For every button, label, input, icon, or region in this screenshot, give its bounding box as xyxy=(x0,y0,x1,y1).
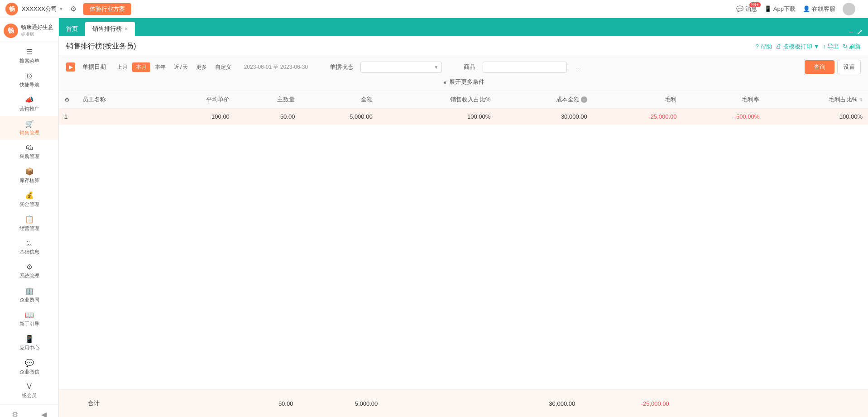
query-button[interactable]: 查询 xyxy=(805,60,834,74)
sidebar-logo-icon: 畅 xyxy=(4,24,18,38)
sidebar-item-finance[interactable]: 💰 资金管理 xyxy=(0,187,58,211)
date-tab-7days[interactable]: 近7天 xyxy=(170,62,192,72)
sidebar-item-guide[interactable]: 📖 新手引导 xyxy=(0,307,58,331)
sidebar-label-operations: 经营管理 xyxy=(19,225,39,232)
sidebar-item-wechat[interactable]: 💬 企业微信 xyxy=(0,355,58,379)
company-selector[interactable]: XXXXXX公司 ▼ xyxy=(22,5,63,13)
footer-gross: -25,000.00 xyxy=(580,395,675,412)
status-select[interactable] xyxy=(360,62,442,73)
cell-gross-pct: 100.00% xyxy=(765,109,868,125)
sidebar-collapse-button[interactable]: ◀ xyxy=(38,408,50,417)
export-button[interactable]: ↑ 导出 xyxy=(823,43,839,51)
message-badge: 99+ xyxy=(749,2,761,7)
app-center-icon: 📱 xyxy=(25,335,34,343)
quick-nav-icon: ⊙ xyxy=(26,72,32,80)
expand-more-conditions-button[interactable]: ∨ 展开更多条件 xyxy=(443,78,484,86)
export-label: 导出 xyxy=(827,43,839,51)
company-dropdown-arrow: ▼ xyxy=(59,6,63,11)
refresh-button[interactable]: ↻ 刷新 xyxy=(843,43,861,51)
tab-minimize-button[interactable]: − xyxy=(849,28,853,36)
filter-expand-btn[interactable]: ▶ xyxy=(66,62,75,72)
tab-expand-button[interactable]: ⤢ xyxy=(857,28,863,36)
sidebar-label-marketing: 营销推广 xyxy=(19,105,39,112)
tab-close-button[interactable]: × xyxy=(125,26,128,32)
tab-home[interactable]: 首页 xyxy=(59,22,85,36)
sidebar-label-quick-nav: 快捷导航 xyxy=(19,81,39,88)
filter-row-1: ▶ 单据日期 上月 本月 本年 近7天 更多 自定义 2023-06-01 至 … xyxy=(66,60,861,74)
sidebar-label-guide: 新手引导 xyxy=(19,321,39,327)
page-header: 销售排行榜(按业务员) ? 帮助 🖨 按模板打印 ▼ ↑ xyxy=(59,36,868,55)
cell-qty: 50.00 xyxy=(235,109,301,125)
sidebar-item-inventory[interactable]: 📦 库存核算 xyxy=(0,163,58,187)
sidebar-item-member[interactable]: V 畅会员 xyxy=(0,379,58,403)
gross-pct-sort-icon[interactable]: ⇅ xyxy=(859,97,863,102)
expand-chevron-icon: ∨ xyxy=(443,79,447,86)
purchase-icon: 🛍 xyxy=(26,144,33,152)
page-content: 销售排行榜(按业务员) ? 帮助 🖨 按模板打印 ▼ ↑ xyxy=(59,36,868,417)
goods-more-button[interactable]: … xyxy=(575,64,581,71)
operations-icon: 📋 xyxy=(25,215,34,224)
col-qty: 主数量 xyxy=(235,91,301,109)
topbar-settings-icon[interactable]: ⚙ xyxy=(67,3,80,15)
column-settings-button[interactable]: 设置 xyxy=(837,60,861,74)
goods-input[interactable] xyxy=(483,62,567,73)
sidebar-item-search[interactable]: ☰ 搜索菜单 xyxy=(0,44,58,68)
help-label: 帮助 xyxy=(760,43,772,51)
footer-gross-pct xyxy=(768,395,863,412)
tab-sales-ranking[interactable]: 销售排行榜 × xyxy=(85,22,135,36)
top-bar-right: 💬 消息 99+ 📱 App下载 👤 在线客服 xyxy=(736,3,863,15)
marketing-icon: 📣 xyxy=(25,96,34,104)
help-button[interactable]: ? 帮助 xyxy=(755,43,772,51)
cost-info-icon[interactable]: i xyxy=(581,96,587,103)
sidebar-item-quick-nav[interactable]: ⊙ 快捷导航 xyxy=(0,68,58,92)
cell-employee xyxy=(77,109,156,125)
main-area: 畅 畅康通好生意 标准版 ☰ 搜索菜单 ⊙ 快捷导航 📣 营销推广 xyxy=(0,18,868,417)
query-actions: 查询 设置 xyxy=(805,60,861,74)
print-icon: 🖨 xyxy=(776,43,782,50)
date-tab-more[interactable]: 更多 xyxy=(192,62,211,72)
sidebar-label-enterprise: 企业协同 xyxy=(19,297,39,303)
table-settings-icon[interactable]: ⚙ xyxy=(64,96,70,103)
sidebar-item-operations[interactable]: 📋 经营管理 xyxy=(0,211,58,235)
sidebar-settings-button[interactable]: ⚙ xyxy=(8,408,22,417)
app-icon: 📱 xyxy=(764,5,772,12)
col-employee: 员工名称 xyxy=(77,91,156,109)
sidebar-item-purchase[interactable]: 🛍 采购管理 xyxy=(0,140,58,163)
sidebar-label-inventory: 库存核算 xyxy=(19,177,39,184)
enterprise-icon: 🏢 xyxy=(25,287,34,295)
sidebar-item-sales[interactable]: 🛒 销售管理 xyxy=(0,116,58,140)
print-button[interactable]: 🖨 按模板打印 ▼ xyxy=(776,43,820,51)
table-wrap: ⚙ 员工名称 平均单价 主数量 全额 销售收入占比% xyxy=(59,91,868,389)
sidebar-item-app-center[interactable]: 📱 应用中心 xyxy=(0,331,58,355)
message-button[interactable]: 💬 消息 99+ xyxy=(736,5,757,13)
data-table: ⚙ 员工名称 平均单价 主数量 全额 销售收入占比% xyxy=(59,91,868,125)
wechat-icon: 💬 xyxy=(25,359,34,367)
cell-gross-rate: -500.00% xyxy=(682,109,765,125)
cell-gross: -25,000.00 xyxy=(593,109,682,125)
app-download-button[interactable]: 📱 App下载 xyxy=(764,5,796,13)
top-bar: 畅 XXXXXX公司 ▼ ⚙ 体验行业方案 💬 消息 99+ 📱 App下载 👤… xyxy=(0,0,868,18)
date-tab-this-year[interactable]: 本年 xyxy=(151,62,169,72)
date-tab-last-month[interactable]: 上月 xyxy=(113,62,131,72)
online-support-button[interactable]: 👤 在线客服 xyxy=(803,5,835,13)
avatar[interactable] xyxy=(843,3,855,15)
message-icon: 💬 xyxy=(736,5,743,12)
sidebar-item-system[interactable]: ⚙ 系统管理 xyxy=(0,259,58,283)
top-bar-left: 畅 XXXXXX公司 ▼ ⚙ 体验行业方案 xyxy=(5,3,131,15)
sidebar-item-enterprise[interactable]: 🏢 企业协同 xyxy=(0,283,58,307)
sidebar-label-system: 系统管理 xyxy=(19,273,39,279)
sidebar-item-basic-info[interactable]: 🗂 基础信息 xyxy=(0,235,58,259)
date-tab-this-month[interactable]: 本月 xyxy=(132,62,150,72)
table-head: ⚙ 员工名称 平均单价 主数量 全额 销售收入占比% xyxy=(59,91,868,109)
col-avg-price: 平均单价 xyxy=(156,91,235,109)
print-dropdown-arrow: ▼ xyxy=(814,43,820,50)
try-industry-button[interactable]: 体验行业方案 xyxy=(83,3,131,15)
footer-row: 合计 50.00 5,000.00 30,000.00 -25,000.00 xyxy=(64,395,863,412)
export-icon: ↑ xyxy=(823,43,826,50)
date-tab-custom[interactable]: 自定义 xyxy=(211,62,235,72)
cell-sales-pct: 100.00% xyxy=(378,109,496,125)
basic-info-icon: 🗂 xyxy=(26,239,33,247)
footer-cost: 30,000.00 xyxy=(487,395,581,412)
footer-label: 合计 xyxy=(82,395,129,412)
sidebar-item-marketing[interactable]: 📣 营销推广 xyxy=(0,92,58,116)
